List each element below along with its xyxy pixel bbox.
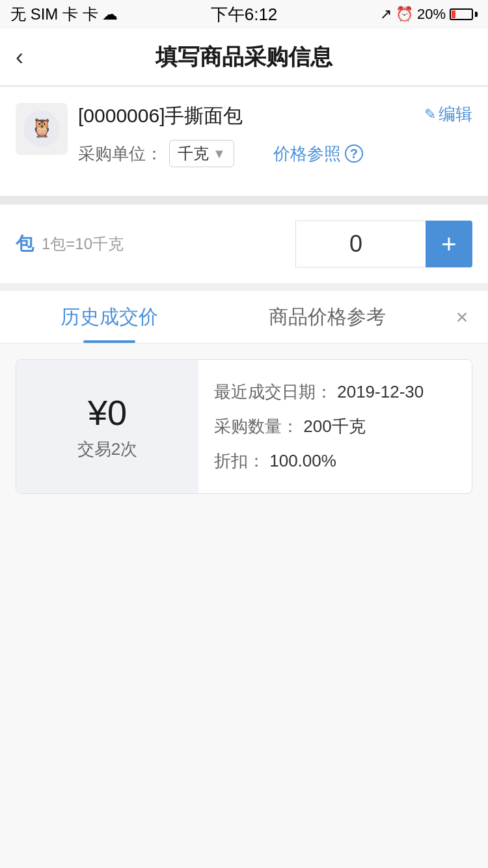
unit-selector[interactable]: 千克 ▼ (169, 140, 234, 167)
svg-text:🦉: 🦉 (31, 117, 53, 139)
history-detail-panel: 最近成交日期： 2019-12-30 采购数量： 200千克 折扣： 100.0… (198, 360, 472, 493)
tab-close-button[interactable]: × (436, 291, 488, 343)
purchase-qty-line: 采购数量： 200千克 (214, 414, 456, 439)
history-trade-count: 交易2次 (77, 438, 137, 461)
content-area: ¥0 交易2次 最近成交日期： 2019-12-30 采购数量： 200千克 折… (0, 344, 488, 604)
tab-history-price[interactable]: 历史成交价 (0, 291, 218, 343)
product-unit-row: 采购单位： 千克 ▼ 价格参照 ? (78, 140, 363, 167)
edit-button[interactable]: ✎ 编辑 (424, 103, 472, 126)
bottom-area (0, 604, 488, 868)
quantity-left: 包 1包=10千克 (16, 232, 124, 256)
status-right: ↗ ⏰ 20% (380, 6, 478, 23)
price-ref-button[interactable]: 价格参照 ? (273, 142, 363, 165)
dropdown-arrow-icon: ▼ (213, 146, 226, 161)
page-title: 填写商品采购信息 (156, 42, 332, 72)
quantity-row: 包 1包=10千克 + (0, 205, 488, 283)
tab-bar: 历史成交价 商品价格参考 × (0, 291, 488, 344)
section-divider (0, 196, 488, 204)
alarm-icon: ⏰ (396, 6, 413, 23)
product-thumbnail: 🦉 (16, 103, 68, 155)
discount-value: 100.00% (269, 451, 336, 470)
quantity-unit-badge: 包 (16, 232, 34, 256)
back-button[interactable]: ‹ (16, 44, 23, 71)
history-card: ¥0 交易2次 最近成交日期： 2019-12-30 采购数量： 200千克 折… (16, 359, 472, 494)
status-bar: 无 SIM 卡 卡 ☁ 下午6:12 ↗ ⏰ 20% (0, 0, 488, 29)
product-info: [0000006]手撕面包 采购单位： 千克 ▼ 价格参照 ? (78, 103, 363, 167)
quantity-input[interactable] (295, 221, 426, 267)
quantity-conversion-label: 1包=10千克 (42, 234, 124, 254)
time-label: 下午6:12 (211, 3, 278, 26)
battery-percent: 20% (417, 6, 446, 23)
carrier-label: 无 SIM 卡 卡 ☁ (10, 4, 118, 25)
recent-date-value: 2019-12-30 (337, 382, 424, 401)
discount-label: 折扣： (214, 451, 265, 470)
history-price: ¥0 (88, 392, 127, 433)
discount-line: 折扣： 100.00% (214, 448, 456, 474)
recent-date-line: 最近成交日期： 2019-12-30 (214, 379, 456, 405)
quantity-input-area: + (295, 221, 472, 267)
recent-date-label: 最近成交日期： (214, 382, 332, 401)
purchase-qty-value: 200千克 (303, 416, 365, 436)
unit-value: 千克 (178, 143, 209, 164)
product-logo-icon: 🦉 (22, 109, 61, 148)
purchase-qty-label: 采购数量： (214, 416, 299, 436)
tab-product-price-ref[interactable]: 商品价格参考 (218, 291, 436, 343)
help-icon: ? (345, 144, 363, 163)
product-header: 🦉 [0000006]手撕面包 采购单位： 千克 ▼ 价格参照 ? (16, 103, 472, 167)
history-price-panel: ¥0 交易2次 (16, 360, 198, 493)
nav-bar: ‹ 填写商品采购信息 (0, 29, 488, 86)
product-left: 🦉 [0000006]手撕面包 采购单位： 千克 ▼ 价格参照 ? (16, 103, 363, 167)
location-icon: ↗ (380, 6, 392, 23)
quantity-plus-button[interactable]: + (426, 221, 472, 267)
product-card: 🦉 [0000006]手撕面包 采购单位： 千克 ▼ 价格参照 ? (0, 87, 488, 196)
battery-icon (450, 8, 478, 20)
unit-label: 采购单位： (78, 142, 163, 165)
product-name: [0000006]手撕面包 (78, 103, 363, 129)
